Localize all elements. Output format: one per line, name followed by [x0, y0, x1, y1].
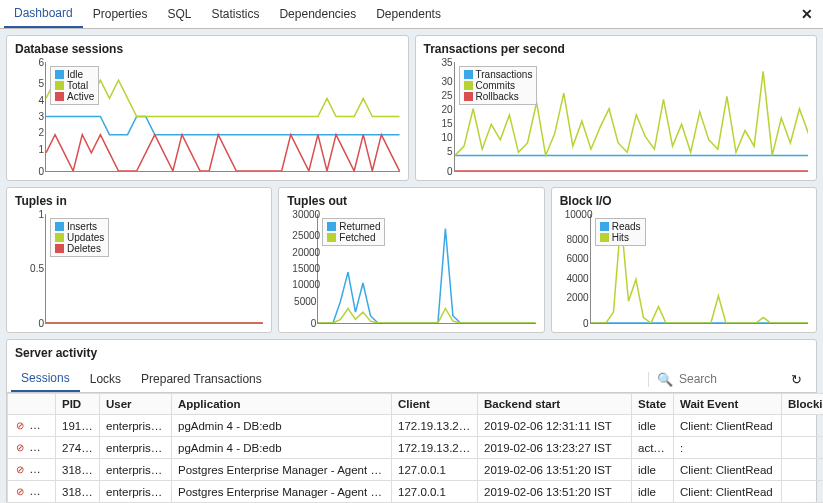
tab-sql[interactable]: SQL [157, 1, 201, 27]
table-row[interactable]: ⊘ ■ ▶31875enterprisedbPostgres Enterpris… [8, 459, 824, 481]
col-user[interactable]: User [100, 394, 172, 415]
y-tick: 30000 [292, 209, 316, 220]
cell-app: Postgres Enterprise Manager - Agent Mo..… [172, 481, 392, 503]
y-tick: 1 [20, 209, 44, 220]
cell-client: 172.19.13.220 [392, 437, 478, 459]
cell-user: enterprisedb [100, 437, 172, 459]
cell-block [782, 437, 824, 459]
legend-label: Inserts [67, 221, 97, 232]
y-tick: 6 [20, 57, 44, 68]
sa-tab-locks[interactable]: Locks [80, 367, 131, 391]
col-state[interactable]: State [632, 394, 674, 415]
table-row[interactable]: ⊘ ■ ▶19172enterprisedbpgAdmin 4 - DB:edb… [8, 415, 824, 437]
legend-label: Commits [476, 80, 515, 91]
tab-statistics[interactable]: Statistics [201, 1, 269, 27]
legend-label: Updates [67, 232, 104, 243]
panel-db-sessions: Database sessions 6543210IdleTotalActive [6, 35, 409, 181]
tab-dependents[interactable]: Dependents [366, 1, 451, 27]
cell-app: pgAdmin 4 - DB:edb [172, 415, 392, 437]
y-tick: 0 [565, 317, 589, 328]
cell-state: idle [632, 415, 674, 437]
legend-swatch [327, 222, 336, 231]
cell-start: 2019-02-06 13:51:20 IST [478, 459, 632, 481]
chart-legend: IdleTotalActive [50, 66, 99, 105]
panel-title: Database sessions [7, 36, 408, 62]
terminate-icon[interactable]: ⊘ [14, 464, 26, 476]
table-row[interactable]: ⊘ ■ ▶27463enterprisedbpgAdmin 4 - DB:edb… [8, 437, 824, 459]
y-tick: 0 [20, 318, 44, 329]
cancel-icon[interactable]: ■ [29, 464, 41, 476]
legend-swatch [600, 233, 609, 242]
sa-tab-prepared[interactable]: Prepared Transactions [131, 367, 272, 391]
tab-dependencies[interactable]: Dependencies [269, 1, 366, 27]
expand-icon[interactable]: ▶ [44, 486, 55, 498]
cell-user: enterprisedb [100, 481, 172, 503]
expand-icon[interactable]: ▶ [44, 420, 55, 432]
col-pid[interactable]: PID [56, 394, 100, 415]
sa-tab-sessions[interactable]: Sessions [11, 366, 80, 392]
expand-icon[interactable]: ▶ [44, 464, 55, 476]
terminate-icon[interactable]: ⊘ [14, 442, 26, 454]
y-tick: 20000 [292, 247, 316, 258]
legend-swatch [464, 92, 473, 101]
cancel-icon[interactable]: ■ [29, 442, 41, 454]
legend-label: Hits [612, 232, 629, 243]
cell-pid: 31877 [56, 481, 100, 503]
terminate-icon[interactable]: ⊘ [14, 486, 26, 498]
y-tick: 10000 [292, 279, 316, 290]
cell-user: enterprisedb [100, 459, 172, 481]
cancel-icon[interactable]: ■ [29, 420, 41, 432]
y-tick: 15000 [292, 263, 316, 274]
cell-block [782, 415, 824, 437]
expand-icon[interactable]: ▶ [44, 442, 55, 454]
col-application[interactable]: Application [172, 394, 392, 415]
y-tick: 5 [429, 146, 453, 157]
search-input[interactable] [679, 372, 779, 386]
legend-swatch [55, 233, 64, 242]
col-actions [8, 394, 56, 415]
y-tick: 25000 [292, 230, 316, 241]
panel-title: Tuples in [7, 188, 271, 214]
y-tick: 0 [20, 165, 44, 176]
server-activity-tabs: Sessions Locks Prepared Transactions 🔍 ↻ [7, 366, 816, 393]
legend-swatch [55, 222, 64, 231]
tab-properties[interactable]: Properties [83, 1, 158, 27]
sessions-table: PID User Application Client Backend star… [7, 393, 823, 503]
legend-swatch [55, 92, 64, 101]
terminate-icon[interactable]: ⊘ [14, 420, 26, 432]
legend-label: Transactions [476, 69, 533, 80]
cell-state: active [632, 437, 674, 459]
col-client[interactable]: Client [392, 394, 478, 415]
cell-client: 172.19.13.220 [392, 415, 478, 437]
col-backend-start[interactable]: Backend start [478, 394, 632, 415]
y-tick: 5000 [292, 296, 316, 307]
chart-legend: TransactionsCommitsRollbacks [459, 66, 538, 105]
refresh-button[interactable]: ↻ [785, 368, 808, 391]
legend-label: Returned [339, 221, 380, 232]
tab-dashboard[interactable]: Dashboard [4, 0, 83, 28]
y-tick: 10 [429, 132, 453, 143]
col-blocking-pids[interactable]: Blocking PIDs [782, 394, 824, 415]
legend-label: Deletes [67, 243, 101, 254]
y-tick: 5 [20, 78, 44, 89]
chart-legend: ReturnedFetched [322, 218, 385, 246]
cell-state: idle [632, 481, 674, 503]
chart-db-sessions: 6543210IdleTotalActive [45, 62, 400, 172]
panel-title: Transactions per second [416, 36, 817, 62]
cell-block [782, 459, 824, 481]
col-wait-event[interactable]: Wait Event [674, 394, 782, 415]
y-tick: 0 [292, 317, 316, 328]
cancel-icon[interactable]: ■ [29, 486, 41, 498]
cell-user: enterprisedb [100, 415, 172, 437]
table-row[interactable]: ⊘ ■ ▶31877enterprisedbPostgres Enterpris… [8, 481, 824, 503]
main-tabs: Dashboard Properties SQL Statistics Depe… [0, 0, 823, 29]
y-tick: 0 [429, 166, 453, 177]
cell-wait: Client: ClientRead [674, 415, 782, 437]
panel-tuples-in: Tuples in 10.50InsertsUpdatesDeletes [6, 187, 272, 333]
legend-label: Reads [612, 221, 641, 232]
y-tick: 8000 [565, 234, 589, 245]
y-tick: 2000 [565, 292, 589, 303]
legend-label: Rollbacks [476, 91, 519, 102]
y-tick: 1 [20, 144, 44, 155]
close-icon[interactable]: ✕ [801, 6, 813, 22]
